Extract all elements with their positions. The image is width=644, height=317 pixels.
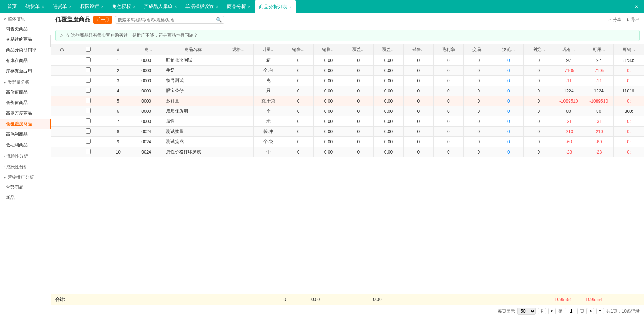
row-checkbox[interactable] — [73, 147, 103, 157]
sidebar-item-traded-goods[interactable]: 交易过的商品 — [0, 34, 51, 45]
export-button[interactable]: ⬇ 导出 — [626, 17, 640, 23]
browse-1[interactable]: 0 — [494, 96, 523, 106]
browse-1[interactable]: 0 — [494, 86, 523, 96]
page-input[interactable] — [565, 308, 578, 314]
sidebar-section-liquidity[interactable]: › 流通性分析 — [0, 150, 51, 161]
browse-1[interactable]: 0 — [494, 116, 523, 127]
browse-1[interactable]: 0 — [494, 106, 523, 116]
sidebar-section-cluster[interactable]: ∨ 类群量分析 — [0, 76, 51, 87]
browse-1[interactable]: 0 — [494, 76, 523, 86]
row-select-checkbox[interactable] — [86, 78, 91, 83]
nav-tab-roles[interactable]: 角色授权 × — [108, 0, 140, 13]
close-icon[interactable]: × — [290, 5, 292, 9]
nav-tab-analysis-list[interactable]: 商品分析列表 × — [255, 0, 296, 13]
product-code: 0000... — [133, 106, 163, 116]
row-select-checkbox[interactable] — [86, 57, 91, 62]
settings-icon[interactable]: ⚙ — [60, 47, 64, 53]
browse-2: 0 — [524, 55, 554, 66]
row-checkbox[interactable] — [73, 76, 103, 86]
sidebar-item-all-goods[interactable]: 全部商品 — [0, 182, 51, 193]
close-icon[interactable]: × — [42, 5, 44, 9]
sales-3: 0 — [404, 116, 433, 127]
sidebar-item-category-rate[interactable]: 商品分类动销率 — [0, 45, 51, 55]
browse-1[interactable]: 0 — [494, 55, 523, 66]
browse-1[interactable]: 0 — [494, 127, 523, 137]
row-checkbox[interactable] — [73, 106, 103, 116]
close-icon[interactable]: × — [69, 5, 71, 9]
product-name: 符号测试 — [163, 76, 223, 86]
nav-tab-home[interactable]: 首页 — [3, 0, 21, 13]
sidebar-section-overall[interactable]: ∨ 整体信息 — [0, 13, 51, 24]
row-checkbox[interactable] — [73, 55, 103, 66]
time-filter-button[interactable]: 近一月 — [93, 16, 112, 24]
per-page-select[interactable]: 50 100 200 — [517, 308, 536, 315]
row-select-checkbox[interactable] — [86, 118, 91, 123]
share-button[interactable]: ↗ 分享 — [608, 17, 621, 23]
row-select-checkbox[interactable] — [86, 139, 91, 144]
nav-tab-sales[interactable]: 销货单 × — [21, 0, 48, 13]
close-icon[interactable]: × — [216, 5, 218, 9]
settings-column-header[interactable]: ⚙ — [51, 44, 73, 55]
browse-1[interactable]: 0 — [494, 66, 523, 76]
nav-tab-permissions[interactable]: 权限设置 × — [76, 0, 108, 13]
next-page-button[interactable]: > — [586, 308, 594, 314]
row-checkbox[interactable] — [73, 86, 103, 96]
sidebar-item-high-margin[interactable]: 高毛利商品 — [0, 129, 51, 140]
row-checkbox[interactable] — [73, 137, 103, 147]
checkbox-column-header[interactable] — [73, 44, 103, 55]
prev-page-button[interactable]: < — [548, 308, 556, 314]
nav-tab-templates[interactable]: 单据模板设置 × — [181, 0, 223, 13]
table-wrap[interactable]: ⚙ # 商... 商品名称 规格... 计量... 销售... 销售... 覆盖… — [51, 44, 644, 294]
search-input[interactable] — [118, 17, 216, 23]
content-header: 低覆盖度商品 近一月 🔍 ↗ 分享 ⬇ 导出 — [51, 13, 644, 27]
sales-qty: 0 — [283, 66, 313, 76]
browse-1[interactable]: 0 — [494, 137, 523, 147]
row-select-checkbox[interactable] — [86, 88, 91, 93]
chevron-down-icon: ∨ — [4, 17, 6, 21]
coverage-1: 0 — [343, 96, 373, 106]
sidebar-item-high-coverage[interactable]: 高覆盖度商品 — [0, 108, 51, 119]
window-close-button[interactable]: × — [632, 3, 641, 10]
product-spec — [223, 147, 253, 157]
close-icon[interactable]: × — [133, 5, 136, 9]
product-unit: 袋,件 — [253, 127, 283, 137]
nav-tab-analysis[interactable]: 商品分析 × — [223, 0, 255, 13]
coverage-1: 0 — [343, 127, 373, 137]
row-select-checkbox[interactable] — [86, 67, 91, 72]
sidebar-section-marketing[interactable]: ∨ 营销推广分析 — [0, 171, 51, 182]
row-select-checkbox[interactable] — [86, 128, 91, 134]
first-page-button[interactable]: K — [538, 308, 546, 314]
browse-1[interactable]: 0 — [494, 147, 523, 157]
row-checkbox[interactable] — [73, 127, 103, 137]
row-checkbox[interactable] — [73, 66, 103, 76]
nav-tab-purchase[interactable]: 进货单 × — [48, 0, 76, 13]
close-icon[interactable]: × — [101, 5, 103, 9]
close-icon[interactable]: × — [248, 5, 250, 9]
sidebar-item-new-goods[interactable]: 新品 — [0, 193, 51, 203]
gross-rate: 0 — [433, 106, 463, 116]
stock-available: -60 — [584, 137, 613, 147]
row-checkbox[interactable] — [73, 116, 103, 127]
stock-current: 80 — [554, 106, 584, 116]
row-select-checkbox[interactable] — [86, 98, 91, 103]
sidebar-item-high-value[interactable]: 高价值商品 — [0, 87, 51, 98]
row-select-checkbox[interactable] — [86, 108, 91, 113]
footer-sales-amt: 0.00 — [300, 296, 331, 303]
sidebar-item-low-margin[interactable]: 低毛利商品 — [0, 140, 51, 150]
header-actions: ↗ 分享 ⬇ 导出 — [608, 17, 640, 23]
stock-cur-column-header: 现有... — [554, 44, 584, 55]
last-page-button[interactable]: » — [596, 308, 604, 314]
close-icon[interactable]: × — [174, 5, 177, 9]
main-layout: « ∨ 整体信息 销售类商品 交易过的商品 商品分类动销率 有库存商品 库存资金… — [0, 13, 644, 317]
sidebar-section-growth[interactable]: › 成长性分析 — [0, 161, 51, 171]
select-all-checkbox[interactable] — [86, 47, 91, 52]
sidebar-item-low-coverage[interactable]: 低覆盖度商品 — [0, 119, 51, 129]
sidebar-item-low-value[interactable]: 低价值商品 — [0, 98, 51, 108]
sidebar-item-inventory-capital[interactable]: 库存资金占用 — [0, 66, 51, 76]
sidebar-item-sales-goods[interactable]: 销售类商品 — [0, 24, 51, 34]
row-select-checkbox[interactable] — [86, 149, 91, 154]
row-checkbox[interactable] — [73, 96, 103, 106]
nav-tab-inventory[interactable]: 产成品入库单 × — [140, 0, 181, 13]
sidebar-item-in-stock[interactable]: 有库存商品 — [0, 55, 51, 66]
stock-available: -31 — [584, 116, 613, 127]
